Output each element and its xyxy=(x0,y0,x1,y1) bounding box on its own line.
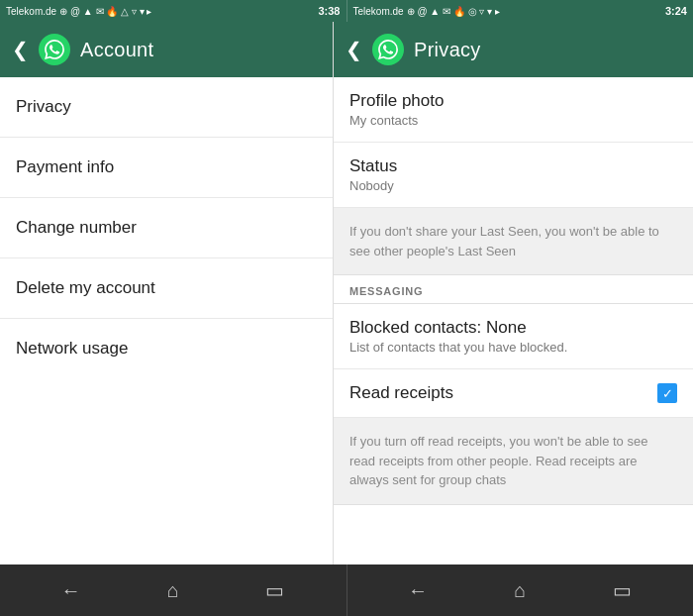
left-back-arrow-icon[interactable]: ❮ xyxy=(12,38,29,61)
left-menu-list: Privacy Payment info Change number Delet… xyxy=(0,77,333,565)
right-recent-button[interactable]: ▭ xyxy=(604,572,640,608)
left-app-bar: ❮ Account xyxy=(0,22,333,77)
left-icons: ⊕ @ ▲ ✉ 🔥 △ ▿ ▾ ▸ xyxy=(59,6,151,17)
read-receipts-title: Read receipts xyxy=(349,383,453,403)
blocked-contacts-title: Blocked contacts: None xyxy=(349,318,677,338)
privacy-profile-photo[interactable]: Profile photo My contacts xyxy=(334,77,693,143)
privacy-status[interactable]: Status Nobody xyxy=(334,143,693,208)
right-home-button[interactable]: ⌂ xyxy=(502,572,538,608)
blocked-contacts-subtitle: List of contacts that you have blocked. xyxy=(349,340,677,355)
menu-item-privacy[interactable]: Privacy xyxy=(0,77,333,138)
right-back-button[interactable]: ← xyxy=(400,572,436,608)
menu-item-change-number[interactable]: Change number xyxy=(0,198,333,258)
right-panel-title: Privacy xyxy=(414,39,481,61)
last-seen-info-text: If you don't share your Last Seen, you w… xyxy=(349,224,659,258)
right-nav-section: ← ⌂ ▭ xyxy=(346,565,694,616)
read-receipts-checkbox[interactable]: ✓ xyxy=(657,383,677,403)
menu-item-network-usage[interactable]: Network usage xyxy=(0,319,333,378)
right-app-bar: ❮ Privacy xyxy=(334,22,693,77)
status-subtitle: Nobody xyxy=(349,178,677,193)
left-recent-button[interactable]: ▭ xyxy=(257,572,293,608)
status-bars: Telekom.de ⊕ @ ▲ ✉ 🔥 △ ▿ ▾ ▸ 3:38 Teleko… xyxy=(0,0,693,22)
read-receipts-info-text: If you turn off read receipts, you won't… xyxy=(349,434,647,487)
right-icons: ⊕ @ ▲ ✉ 🔥 ◎ ▿ ▾ ▸ xyxy=(407,6,500,17)
privacy-blocked-contacts[interactable]: Blocked contacts: None List of contacts … xyxy=(334,304,693,369)
left-panel: ❮ Account Privacy Payment info Change nu… xyxy=(0,22,334,565)
left-back-button[interactable]: ← xyxy=(53,572,89,608)
menu-item-delete-account[interactable]: Delete my account xyxy=(0,258,333,319)
right-back-arrow-icon[interactable]: ❮ xyxy=(346,38,362,61)
whatsapp-logo-left xyxy=(39,34,70,65)
left-panel-title: Account xyxy=(80,39,153,61)
bottom-navigation: ← ⌂ ▭ ← ⌂ ▭ xyxy=(0,565,693,616)
last-seen-infobox: If you don't share your Last Seen, you w… xyxy=(334,208,693,275)
profile-photo-title: Profile photo xyxy=(349,91,677,111)
profile-photo-subtitle: My contacts xyxy=(349,113,677,128)
left-home-button[interactable]: ⌂ xyxy=(155,572,191,608)
right-time: 3:24 xyxy=(665,5,687,17)
read-receipts-infobox: If you turn off read receipts, you won't… xyxy=(334,418,693,505)
whatsapp-logo-right xyxy=(372,34,404,65)
left-nav-section: ← ⌂ ▭ xyxy=(0,565,346,616)
right-panel: ❮ Privacy Profile photo My contacts Stat… xyxy=(334,22,693,565)
left-status-right: 3:38 xyxy=(318,5,340,17)
right-status-left: Telekom.de ⊕ @ ▲ ✉ 🔥 ◎ ▿ ▾ ▸ xyxy=(353,6,500,17)
messaging-section-header: MESSAGING xyxy=(334,275,693,304)
main-panels: ❮ Account Privacy Payment info Change nu… xyxy=(0,22,693,565)
status-title: Status xyxy=(349,156,677,176)
right-status-bar: Telekom.de ⊕ @ ▲ ✉ 🔥 ◎ ▿ ▾ ▸ 3:24 xyxy=(346,0,694,22)
right-carrier: Telekom.de xyxy=(353,6,404,17)
menu-item-payment[interactable]: Payment info xyxy=(0,138,333,198)
left-status-bar: Telekom.de ⊕ @ ▲ ✉ 🔥 △ ▿ ▾ ▸ 3:38 xyxy=(0,0,346,22)
privacy-read-receipts[interactable]: Read receipts ✓ xyxy=(334,369,693,418)
left-status-left: Telekom.de ⊕ @ ▲ ✉ 🔥 △ ▿ ▾ ▸ xyxy=(6,6,151,17)
right-status-right: 3:24 xyxy=(665,5,687,17)
left-time: 3:38 xyxy=(318,5,340,17)
left-carrier: Telekom.de xyxy=(6,6,56,17)
privacy-list: Profile photo My contacts Status Nobody … xyxy=(334,77,693,565)
